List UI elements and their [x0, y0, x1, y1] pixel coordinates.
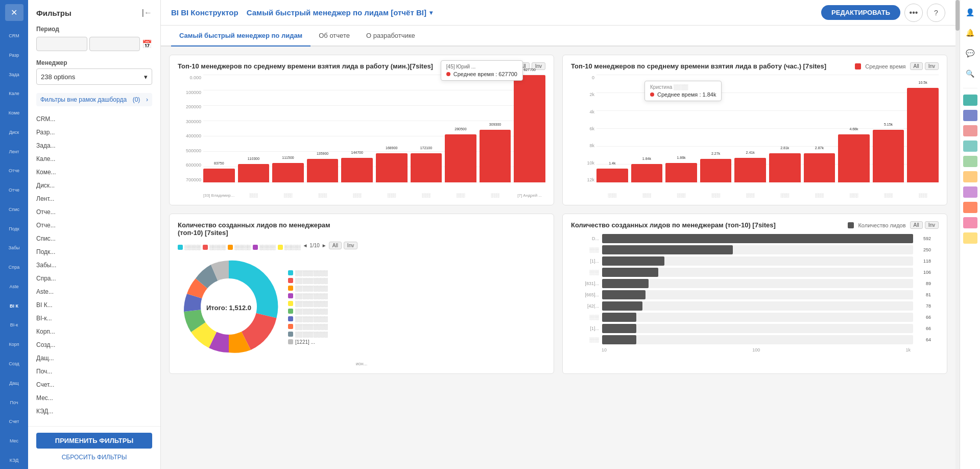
nav-item-dash[interactable]: Дащ: [4, 374, 25, 392]
hbar-label-4: ░░░: [571, 270, 599, 275]
filter-nav-dev[interactable]: Разр...: [28, 126, 160, 139]
manager-select[interactable]: 238 options ▾: [36, 68, 152, 85]
pagination-next[interactable]: ►: [322, 243, 327, 248]
hbar-chart-card: Количество созданных лидов по менеджерам…: [562, 214, 947, 374]
apply-filters-button[interactable]: ПРИМЕНИТЬ ФИЛЬТРЫ: [36, 433, 152, 449]
color-swatch-10[interactable]: [963, 232, 977, 244]
pie-legend-color-6: [288, 309, 293, 314]
color-swatch-6[interactable]: [963, 171, 977, 182]
filter-nav-mail[interactable]: Поч...: [28, 365, 160, 378]
y-axis-minutes: 700000 600000 500000 400000 300000 20000…: [178, 75, 203, 182]
date-end-input[interactable]: [89, 37, 140, 51]
right-icon-chat[interactable]: 💬: [962, 45, 978, 61]
filter-nav-forgot[interactable]: Забы...: [28, 259, 160, 272]
legend-inv-btn-2[interactable]: Inv: [925, 62, 939, 70]
nav-item-mail[interactable]: Поч: [4, 394, 25, 411]
report-title-chevron[interactable]: ▾: [429, 9, 433, 16]
filter-nav-accounts[interactable]: Счет...: [28, 378, 160, 391]
edit-button[interactable]: РЕДАКТИРОВАТЬ: [821, 5, 900, 20]
help-button[interactable]: ?: [927, 4, 945, 22]
nav-item-aste[interactable]: Aste: [4, 278, 25, 295]
filter-nav-calendar[interactable]: Кале...: [28, 152, 160, 166]
filter-nav-mes[interactable]: Мес...: [28, 391, 160, 405]
nav-item-calendar[interactable]: Кале: [4, 85, 25, 103]
hbar-fill-6: [602, 290, 646, 299]
nav-item-tasks[interactable]: Зада: [4, 66, 25, 83]
tab-about-dev[interactable]: О разработчике: [358, 26, 423, 46]
filter-nav-ked[interactable]: КЭД...: [28, 405, 160, 418]
scrollbar[interactable]: [955, 0, 960, 469]
right-icon-search[interactable]: 🔍: [962, 65, 978, 82]
filter-collapse-button[interactable]: |←: [142, 8, 152, 17]
nav-item-bi-k[interactable]: BI-к: [4, 317, 25, 334]
color-swatch-4[interactable]: [963, 140, 977, 152]
nav-item-corp[interactable]: Корп: [4, 336, 25, 354]
nav-item-accounts[interactable]: Счет: [4, 413, 25, 431]
more-options-button[interactable]: •••: [904, 4, 923, 22]
hbar-inv-btn[interactable]: Inv: [925, 221, 939, 229]
nav-item-forgot[interactable]: Забы: [4, 240, 25, 257]
color-swatch-8[interactable]: [963, 202, 977, 213]
filter-nav-bi-k[interactable]: BI-к...: [28, 312, 160, 325]
color-swatch-2[interactable]: [963, 110, 977, 121]
hbar-all-btn[interactable]: All: [910, 221, 923, 229]
pie-legend-color-7: [288, 316, 293, 321]
right-icon-bell[interactable]: 🔔: [962, 25, 978, 41]
filter-nav-aste[interactable]: Aste...: [28, 285, 160, 298]
color-swatch-9[interactable]: [963, 217, 977, 228]
tab-about-report[interactable]: Об отчете: [310, 26, 358, 46]
filter-nav-kom[interactable]: Коме...: [28, 166, 160, 179]
nav-item-disk[interactable]: Диск: [4, 124, 25, 141]
color-swatch-1[interactable]: [963, 95, 977, 106]
bar-5: 144700: [341, 158, 373, 182]
nav-item-dev[interactable]: Разр: [4, 46, 25, 64]
reset-filters-button[interactable]: СБРОСИТЬ ФИЛЬТРЫ: [36, 452, 152, 463]
pie-inv-btn[interactable]: Inv: [344, 242, 357, 249]
filter-nav-corp[interactable]: Корп...: [28, 325, 160, 338]
nav-item-create[interactable]: Созд: [4, 356, 25, 373]
filter-nav-list[interactable]: Спис...: [28, 232, 160, 245]
nav-item-ref[interactable]: Спра: [4, 259, 25, 276]
filter-nav-ref[interactable]: Спра...: [28, 272, 160, 285]
filter-nav-sub[interactable]: Подк...: [28, 245, 160, 259]
external-filters-item[interactable]: Фильтры вне рамок дашборда (0) ›: [36, 93, 152, 106]
filter-nav-dash[interactable]: Дащ...: [28, 351, 160, 365]
filter-nav-feed[interactable]: Лент...: [28, 192, 160, 205]
hbar-label-9: [1]...: [571, 326, 599, 331]
calendar-icon[interactable]: 📅: [142, 39, 152, 49]
pie-all-btn[interactable]: All: [329, 242, 342, 249]
date-start-input[interactable]: [36, 37, 87, 51]
nav-item-mes[interactable]: Мес: [4, 433, 25, 450]
filter-nav-bi[interactable]: BI К...: [28, 298, 160, 312]
filter-nav-reports1[interactable]: Отче...: [28, 205, 160, 219]
pie-legend-color-8: [288, 324, 293, 329]
hbar-row-10: ░░░ 64: [571, 335, 913, 344]
tab-main-report[interactable]: Самый быстрый менеджер по лидам: [171, 26, 310, 46]
hbar-chart-body: D... 592 ░░░ 250 [1]..: [571, 234, 939, 344]
hbar-row-2: ░░░ 250: [571, 245, 913, 254]
hbar-10: 10.5k: [907, 88, 939, 182]
nav-item-feed[interactable]: Лент: [4, 143, 25, 160]
filter-nav-tasks[interactable]: Зада...: [28, 139, 160, 152]
filter-nav-reports2[interactable]: Отче...: [28, 219, 160, 232]
filter-nav-disk[interactable]: Диск...: [28, 179, 160, 192]
color-swatch-5[interactable]: [963, 156, 977, 167]
nav-item-reports[interactable]: Отче: [4, 162, 25, 180]
nav-item-ked[interactable]: КЭД: [4, 452, 25, 469]
nav-close-button[interactable]: ✕: [5, 4, 23, 21]
legend-all-btn-2[interactable]: All: [910, 62, 923, 70]
nav-item-sub[interactable]: Подк: [4, 220, 25, 238]
nav-item-bi[interactable]: BI К: [4, 297, 25, 315]
nav-item-reports2[interactable]: Отче: [4, 182, 25, 199]
filter-nav-crm[interactable]: CRM...: [28, 112, 160, 126]
filter-nav-create[interactable]: Созд...: [28, 338, 160, 351]
right-icon-user[interactable]: 👤: [962, 4, 978, 20]
scrollbar-thumb[interactable]: [955, 0, 960, 31]
color-swatch-7[interactable]: [963, 186, 977, 198]
hbar-fill-4: [602, 268, 658, 277]
pagination-prev[interactable]: ◄: [302, 243, 307, 248]
color-swatch-3[interactable]: [963, 125, 977, 136]
nav-item-list[interactable]: Спис: [4, 201, 25, 218]
nav-item-comments[interactable]: Коме: [4, 105, 25, 122]
nav-item-crm[interactable]: CRM: [4, 27, 25, 44]
